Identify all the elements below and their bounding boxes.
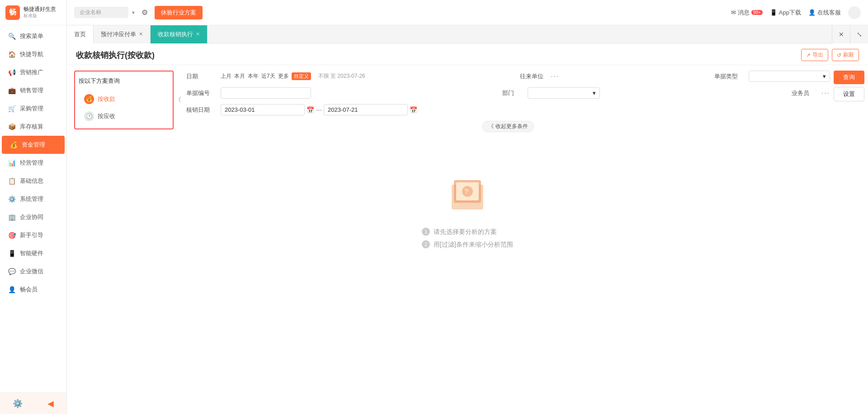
tab-close-action-icon[interactable]: ✕	[832, 25, 850, 43]
voucher-no-label: 单据编号	[186, 89, 213, 97]
sidebar-item-operations-label: 经营管理	[20, 159, 43, 167]
export-button[interactable]: ↗ 导出	[801, 49, 828, 61]
messages-button[interactable]: ✉ 消息 99+	[731, 9, 763, 17]
page-header: 收款核销执行(按收款) ↗ 导出 ↺ 刷新	[67, 43, 868, 65]
filter-main-area: 日期 上月 本月 本年 近7天 更多 自定义 不限 至 2023-07-26 往…	[183, 65, 834, 135]
voucher-type-label: 单据类型	[714, 72, 741, 81]
sidebar-item-finance[interactable]: 💰 资金管理	[2, 136, 65, 154]
date-custom-badge[interactable]: 自定义	[292, 72, 311, 80]
query-button[interactable]: 查询	[834, 71, 864, 84]
tab-prepay-close-icon[interactable]: ✕	[139, 31, 143, 37]
date-this-year[interactable]: 本年	[248, 72, 259, 80]
sidebar-item-operations[interactable]: 📊 经营管理	[0, 154, 66, 172]
verify-date-label: 核销日期	[186, 106, 213, 114]
tab-receipt-verify-close-icon[interactable]: ✕	[196, 31, 200, 37]
partner-dots-icon[interactable]: ···	[551, 72, 559, 81]
voucher-no-input[interactable]	[221, 87, 311, 99]
online-service-button[interactable]: 👤 在线客服	[808, 9, 841, 17]
message-bell-icon: ✉	[731, 9, 736, 16]
settings-icon[interactable]: ⚙	[138, 6, 151, 19]
sidebar-item-basic-info-label: 基础信息	[20, 177, 43, 185]
sidebar-item-quicknav[interactable]: 🏠 快捷导航	[0, 45, 66, 63]
verify-date-start-cal-icon[interactable]: 📅	[307, 106, 314, 114]
tabbar: 首页 预付冲应付单 ✕ 收款核销执行 ✕ ✕ ⤡	[67, 25, 868, 43]
sidebar-item-system-label: 系统管理	[20, 195, 43, 203]
collapse-conditions-button[interactable]: 《 收起更多条件	[482, 121, 534, 132]
basic-info-icon: 📋	[7, 176, 16, 186]
date-more[interactable]: 更多	[278, 72, 289, 80]
verify-date-range: 📅 — 📅	[221, 104, 417, 115]
sidebar-item-hardware[interactable]: 📱 智能硬件	[0, 244, 66, 262]
sidebar-item-system[interactable]: ⚙️ 系统管理	[0, 190, 66, 208]
app-icon: 📱	[770, 9, 777, 16]
sidebar-item-marketing[interactable]: 📢 营销推广	[0, 63, 66, 81]
empty-illustration: ?	[440, 171, 495, 216]
voucher-type-arrow-icon: ▾	[823, 73, 826, 80]
tab-receipt-verify[interactable]: 收款核销执行 ✕	[151, 25, 208, 43]
sidebar-item-member[interactable]: 👤 畅会员	[0, 281, 66, 299]
home-icon: 🏠	[7, 50, 16, 59]
sidebar-item-inventory[interactable]: 📦 库存核算	[0, 118, 66, 136]
sidebar-item-enterprise-label: 企业协同	[20, 213, 43, 221]
enterprise-icon: 🏢	[7, 213, 16, 222]
sidebar-item-enterprise[interactable]: 🏢 企业协同	[0, 208, 66, 226]
sidebar-navigation: 🔍 搜索菜单 🏠 快捷导航 📢 营销推广 💼 销售管理 🛒 采购管理 📦 库存核…	[0, 25, 66, 392]
date-7days[interactable]: 近7天	[261, 72, 275, 80]
date-sep-icon: —	[316, 106, 322, 113]
staff-dots-icon[interactable]: ···	[821, 89, 830, 97]
sidebar-item-guide[interactable]: 🎯 新手引导	[0, 226, 66, 244]
filter-option-by-receivable[interactable]: 🕐 按应收	[79, 108, 169, 125]
collapse-conditions-area: 《 收起更多条件	[186, 121, 830, 132]
staff-label: 业务员	[792, 89, 814, 97]
sidebar-item-basic-info[interactable]: 📋 基础信息	[0, 172, 66, 190]
operations-icon: 📊	[7, 158, 16, 167]
sidebar-item-sales[interactable]: 💼 销售管理	[0, 81, 66, 100]
refresh-button[interactable]: ↺ 刷新	[832, 49, 859, 61]
svg-text:?: ?	[465, 188, 468, 195]
filter-option-by-receipt[interactable]: 💰 按收款	[79, 90, 169, 108]
verify-date-end-cal-icon[interactable]: 📅	[410, 106, 417, 114]
collapse-conditions-label: 收起更多条件	[495, 123, 528, 130]
collapse-sidebar-icon[interactable]: ◀	[47, 399, 54, 409]
by-receipt-icon: 💰	[84, 94, 94, 104]
verify-date-start-input[interactable]	[221, 104, 305, 115]
user-avatar[interactable]	[848, 6, 861, 19]
sidebar-item-wechat-label: 企业微信	[20, 267, 43, 276]
date-this-month[interactable]: 本月	[234, 72, 245, 80]
messages-badge: 99+	[751, 10, 763, 15]
empty-step-2: 2 用[过滤]条件来缩小分析范围	[422, 238, 513, 251]
sidebar-item-guide-label: 新手引导	[20, 231, 43, 239]
export-label: 导出	[812, 51, 823, 59]
voucher-type-select[interactable]: ▾	[749, 71, 830, 82]
sidebar-item-purchase[interactable]: 🛒 采购管理	[0, 100, 66, 118]
tab-home[interactable]: 首页	[67, 25, 94, 43]
sidebar-item-inventory-label: 库存核算	[20, 123, 43, 131]
settings-button[interactable]: 设置	[834, 87, 864, 101]
filter-sidebar-title: 按以下方案查询	[79, 75, 169, 87]
collapse-up-icon: 《	[488, 123, 494, 130]
topbar-left: 企业名称 ▾ ⚙ 休验行业方案	[74, 6, 203, 19]
app-download-label: App下载	[779, 9, 801, 17]
by-receivable-label: 按应收	[98, 112, 115, 120]
step2-text: 用[过滤]条件来缩小分析范围	[434, 238, 513, 251]
tab-prepay[interactable]: 预付冲应付单 ✕	[94, 25, 151, 43]
industry-solution-button[interactable]: 休验行业方案	[155, 6, 203, 19]
sidebar-item-search[interactable]: 🔍 搜索菜单	[0, 27, 66, 45]
filter-row-date: 日期 上月 本月 本年 近7天 更多 自定义 不限 至 2023-07-26 往…	[186, 71, 830, 82]
date-last-month[interactable]: 上月	[221, 72, 231, 80]
verify-date-end-input[interactable]	[324, 104, 408, 115]
dept-select[interactable]: ▾	[528, 87, 600, 99]
settings-footer-icon[interactable]: ⚙️	[13, 399, 23, 409]
collapse-sidebar-button[interactable]: 《	[174, 71, 183, 129]
filter-row-voucher: 单据编号 部门 ▾ 业务员 ···	[186, 87, 830, 99]
main-area: 企业名称 ▾ ⚙ 休验行业方案 ✉ 消息 99+ 📱 App下载 👤 在线客服	[67, 0, 868, 414]
sidebar-item-wechat[interactable]: 💬 企业微信	[0, 262, 66, 281]
app-download-button[interactable]: 📱 App下载	[770, 9, 801, 17]
sidebar-footer: ⚙️ ◀	[0, 392, 66, 414]
tab-prepay-label: 预付冲应付单	[101, 30, 136, 38]
tab-expand-icon[interactable]: ⤡	[850, 25, 868, 43]
dropdown-arrow-icon[interactable]: ▾	[132, 10, 135, 16]
refresh-label: 刷新	[843, 51, 854, 59]
date-filter-label: 日期	[186, 72, 213, 81]
sidebar-item-finance-label: 资金管理	[22, 141, 45, 149]
